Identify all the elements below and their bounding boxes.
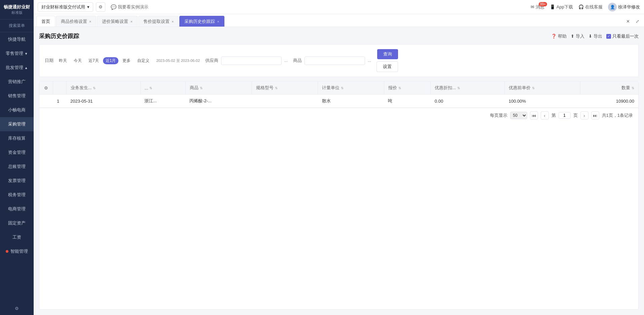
- topbar-settings-btn[interactable]: ⚙: [96, 2, 105, 12]
- filter-supplier-group: 供应商 ...: [205, 57, 288, 65]
- sort-icon: ⇅: [275, 86, 278, 90]
- tab-purchase-history[interactable]: 采购历史价跟踪 ×: [179, 16, 224, 27]
- col-spec-label: 规格型号: [256, 85, 274, 91]
- date-btn-last1month[interactable]: 近1月: [103, 57, 119, 64]
- import-label: 导入: [576, 33, 584, 39]
- app-download-btn[interactable]: 📱 App下载: [550, 4, 573, 10]
- sidebar-item-label: 小畅电商: [8, 107, 26, 112]
- filter-date-group: 日期 昨天 今天 近7天 近1月 更多 自定义 2023-05-02 至 202…: [45, 57, 200, 64]
- col-goods[interactable]: 商品 ⇅: [185, 81, 252, 95]
- close-icon[interactable]: ×: [217, 20, 219, 24]
- col-goods-label: 商品: [190, 85, 199, 91]
- supplier-more-btn[interactable]: ...: [284, 58, 288, 63]
- sidebar: 畅捷通好业财 标准版 搜索菜单 快捷导航 零售管理 ▼ 批发管理 ▲ 营销推广 …: [0, 0, 34, 315]
- sort-icon: ⇅: [398, 86, 401, 90]
- user-menu[interactable]: 👤 徐泽华修改: [608, 3, 640, 11]
- col-spec[interactable]: 规格型号 ⇅: [252, 81, 318, 95]
- date-btn-last7[interactable]: 近7天: [86, 57, 102, 64]
- tab-price[interactable]: 商品价格设置 ×: [56, 16, 96, 27]
- tab-close-btn[interactable]: ✕: [624, 17, 632, 25]
- customer-service-btn[interactable]: 🎧 在线客服: [578, 4, 603, 10]
- only-last-checkbox[interactable]: ✓ 只看最后一次: [606, 33, 639, 39]
- filter-settings-btn[interactable]: 设置: [377, 61, 398, 72]
- prev-page-btn[interactable]: ‹: [541, 111, 549, 119]
- date-btn-more[interactable]: 更多: [120, 57, 133, 64]
- sidebar-item-retail[interactable]: 零售管理 ▼: [0, 46, 34, 61]
- sidebar-item-inventory[interactable]: 库存核算: [0, 131, 34, 145]
- sidebar-item-smart[interactable]: 智能管理: [0, 244, 34, 258]
- sidebar-item-invoice[interactable]: 发票管理: [0, 174, 34, 188]
- col-discount-label: 优惠折扣...: [435, 85, 456, 91]
- tab-home[interactable]: 首页: [36, 16, 55, 27]
- page-actions: ❓ 帮助 ⬆ 导入 ⬇ 导出 ✓ 只看最后一次: [551, 33, 639, 39]
- goods-more-btn[interactable]: ...: [368, 58, 371, 63]
- sidebar-item-ecommerce-small[interactable]: 小畅电商: [0, 103, 34, 117]
- close-icon[interactable]: ×: [89, 20, 91, 24]
- supplier-input[interactable]: [221, 57, 282, 65]
- per-page-select[interactable]: 50 20 100 200: [510, 112, 527, 119]
- col-quantity[interactable]: 数量 ⇅: [580, 81, 638, 95]
- col-biz-date[interactable]: 业务发生... ⇅: [66, 81, 140, 95]
- sidebar-item-assets[interactable]: 固定资产: [0, 216, 34, 230]
- sidebar-item-purchase[interactable]: 采购管理: [0, 117, 34, 131]
- col-quote-label: 报价: [388, 85, 397, 91]
- avatar: 👤: [608, 3, 617, 11]
- tab-label: 售价提取设置: [143, 19, 170, 25]
- export-btn[interactable]: ⬇ 导出: [588, 33, 602, 39]
- sidebar-item-marketing[interactable]: 营销推广: [0, 75, 34, 89]
- sidebar-item-finance[interactable]: 资金管理: [0, 145, 34, 160]
- topbar: 好业财标准版交付试用 ▾ ⚙ 💬 我要看实例演示 ✉ 消息 99+ 📱 App下…: [34, 0, 644, 14]
- col-pre-discount[interactable]: 优惠前单价 ⇅: [505, 81, 580, 95]
- cell-quote: 吨: [384, 95, 431, 108]
- date-btn-custom[interactable]: 自定义: [135, 57, 152, 64]
- sidebar-item-sales[interactable]: 销售管理: [0, 89, 34, 103]
- import-btn[interactable]: ⬆ 导入: [571, 33, 584, 39]
- col-unit-label: 计量单位: [322, 85, 339, 91]
- date-btn-yesterday[interactable]: 昨天: [56, 57, 70, 64]
- sidebar-item-salary[interactable]: 工资: [0, 230, 34, 244]
- tabbar: 首页 商品价格设置 × 进价策略设置 × 售价提取设置 × 采购历史价跟踪 × …: [34, 14, 644, 27]
- sidebar-settings-btn[interactable]: ⚙: [0, 302, 34, 315]
- only-last-label: 只看最后一次: [612, 33, 639, 39]
- sidebar-search-item[interactable]: 搜索菜单: [0, 20, 34, 32]
- message-icon: ✉: [531, 4, 534, 9]
- first-page-btn[interactable]: ⏮: [530, 111, 538, 119]
- chevron-down-icon: ▼: [25, 52, 28, 56]
- next-page-btn[interactable]: ›: [580, 111, 588, 119]
- per-page-label: 每页显示: [490, 112, 507, 118]
- date-btn-today[interactable]: 今天: [71, 57, 84, 64]
- sidebar-item-label: 采购管理: [8, 121, 26, 127]
- col-quote[interactable]: 报价 ⇅: [384, 81, 431, 95]
- sidebar-item-ecommerce[interactable]: 电商管理: [0, 202, 34, 216]
- demo-label: 我要看实例演示: [118, 4, 148, 10]
- help-icon: ❓: [551, 34, 557, 39]
- demo-btn[interactable]: 💬 我要看实例演示: [111, 4, 148, 10]
- col-unit[interactable]: 计量单位 ⇅: [318, 81, 384, 95]
- message-btn[interactable]: ✉ 消息 99+: [531, 4, 544, 10]
- close-icon[interactable]: ×: [130, 20, 132, 24]
- gear-icon: ⚙: [44, 85, 48, 91]
- last-page-btn[interactable]: ⏭: [591, 111, 599, 119]
- app-logo-title: 畅捷通好业财: [4, 4, 30, 10]
- tab-label: 首页: [41, 19, 50, 25]
- col-discount[interactable]: 优惠折扣... ⇅: [431, 81, 505, 95]
- tab-strategy[interactable]: 进价策略设置 ×: [97, 16, 137, 27]
- content-area: 采购历史价跟踪 ❓ 帮助 ⬆ 导入 ⬇ 导出 ✓ 只看最后一次: [34, 27, 644, 315]
- help-btn[interactable]: ❓ 帮助: [551, 33, 567, 39]
- col-settings[interactable]: ⚙: [39, 81, 53, 95]
- tab-sale-price[interactable]: 售价提取设置 ×: [138, 16, 179, 27]
- cell-goods: 丙烯酸-2-...: [185, 95, 252, 108]
- sidebar-item-quick-nav[interactable]: 快捷导航: [0, 32, 34, 46]
- sidebar-item-wholesale[interactable]: 批发管理 ▲: [0, 61, 34, 75]
- app-selector[interactable]: 好业财标准版交付试用 ▾: [38, 2, 93, 12]
- dot-icon: [6, 250, 8, 253]
- close-icon[interactable]: ×: [172, 20, 174, 24]
- sidebar-item-tax[interactable]: 税务管理: [0, 188, 34, 202]
- page-input[interactable]: [559, 112, 571, 119]
- query-btn[interactable]: 查询: [377, 49, 398, 59]
- col-extra[interactable]: ... ⇅: [140, 81, 185, 95]
- chevron-down-icon: ▾: [87, 4, 90, 9]
- sidebar-item-ledger[interactable]: 总账管理: [0, 160, 34, 174]
- goods-input[interactable]: [305, 57, 365, 65]
- tab-maximize-btn[interactable]: ⤢: [633, 17, 641, 25]
